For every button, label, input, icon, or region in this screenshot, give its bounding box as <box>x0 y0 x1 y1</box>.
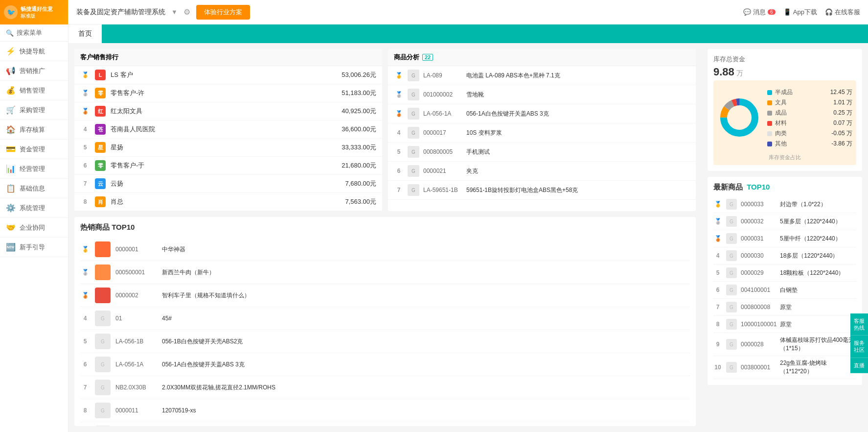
trial-button[interactable]: 体验行业方案 <box>196 5 250 20</box>
legend-value: 0.25 万 <box>833 109 852 117</box>
dropdown-arrow-icon[interactable]: ▼ <box>171 8 178 16</box>
new-product-rank: 8 <box>713 321 722 328</box>
customer-name: 苍南县人民医院 <box>111 125 337 134</box>
new-product-name: 22g鱼豆腐-烧烤味（1*12*20） <box>780 359 856 376</box>
legend-item: 其他 -3.86 万 <box>767 140 852 148</box>
product-rank-number: 🥈 <box>394 91 404 98</box>
sidebar-item-system[interactable]: ⚙️系统管理 <box>0 198 68 218</box>
customer-list: 🥇 L LS 客户 53,006.26元 🥈 零 零售客户-许 51,183.0… <box>74 66 382 211</box>
hot-product-name: 12070519-xs <box>162 407 690 414</box>
new-product-rank: 4 <box>713 252 722 259</box>
inventory-panel: 库存总资金 9.88 万 <box>708 49 862 171</box>
new-product-icon: G <box>726 199 737 210</box>
product-analysis-panel: 商品分析 22 🥇 G LA-089 电池盖 LA-089 ABS本色+黑种 7… <box>388 49 696 211</box>
sidebar-item-collab[interactable]: 🤝企业协同 <box>0 218 68 238</box>
sidebar-item-marketing[interactable]: 📢营销推广 <box>0 61 68 81</box>
new-product-rank: 6 <box>713 287 722 293</box>
hot-item-placeholder: G <box>95 311 111 326</box>
sidebar-item-sales[interactable]: 💰销售管理 <box>0 81 68 100</box>
customer-name: LS 客户 <box>111 71 337 79</box>
customer-rank-row: 7 云 云扬 7,680.00元 <box>74 175 382 193</box>
inventory-unit: 万 <box>736 69 743 78</box>
product-code: 0000017 <box>423 129 462 136</box>
hot-item-placeholder: G <box>95 426 111 426</box>
legend-color-dot <box>767 121 772 126</box>
legend-value: -3.86 万 <box>831 140 852 148</box>
sidebar-label-collab: 企业协同 <box>20 223 45 232</box>
donut-container: 半成品 12.45 万 文具 1.01 万 成品 0.25 万 材料 0.07 … <box>717 84 852 152</box>
customer-name: 肖总 <box>111 197 340 206</box>
legend-name: 半成品 <box>775 88 827 96</box>
product-icon: G <box>408 127 419 139</box>
sidebar-item-finance[interactable]: 💳资金管理 <box>0 140 68 159</box>
tab-home[interactable]: 首页 <box>69 24 102 43</box>
message-btn[interactable]: 💬 消息 6 <box>743 8 776 17</box>
product-icon: G <box>408 108 419 120</box>
customer-badge: L <box>95 70 106 80</box>
new-product-item: 🥇 G 0000033 封边带（1.0*22） <box>713 196 856 213</box>
new-product-icon: G <box>726 319 737 330</box>
customer-amount: 40,925.00元 <box>342 107 376 116</box>
sidebar-item-inventory[interactable]: 🏠库存核算 <box>0 120 68 140</box>
hot-item-placeholder: G <box>95 357 111 372</box>
new-product-code: 0000028 <box>741 341 776 348</box>
sidebar-item-guide[interactable]: 🆕新手引导 <box>0 238 68 257</box>
product-rank-number: 7 <box>394 187 404 193</box>
sidebar-item-basic[interactable]: 📋基础信息 <box>0 179 68 198</box>
hot-product-code: 0000002 <box>115 292 157 299</box>
product-code: 000800005 <box>423 148 462 155</box>
rank-number: 🥈 <box>80 90 90 96</box>
sidebar-icon-system: ⚙️ <box>6 203 16 213</box>
hot-rank-number: 🥈 <box>80 269 90 276</box>
new-product-rank: 7 <box>713 304 722 311</box>
float-button[interactable]: 服务 社区 <box>850 336 868 358</box>
legend-name: 其他 <box>775 140 828 148</box>
rank-number: 6 <box>80 162 90 169</box>
search-icon: 🔍 <box>6 29 14 37</box>
float-button[interactable]: 直播 <box>850 358 868 373</box>
sidebar-label-finance: 资金管理 <box>20 145 45 154</box>
sidebar-item-purchase[interactable]: 🛒采购管理 <box>0 100 68 120</box>
legend-item: 成品 0.25 万 <box>767 109 852 117</box>
legend-value: 0.07 万 <box>833 119 852 127</box>
hot-product-code: LA-056-1B <box>115 338 157 345</box>
hot-product-code: 01 <box>115 315 157 322</box>
hot-item-placeholder: G <box>95 403 111 418</box>
hot-sales-list: 🥇 0000001 中华神器 🥈 000500001 新西兰牛肉（新牛） 🥉 0… <box>80 238 690 426</box>
customer-rank-row: 8 肖 肖总 7,563.00元 <box>74 193 382 211</box>
settings-icon[interactable]: ⚙ <box>183 7 190 17</box>
float-buttons: 客服 热线服务 社区直播 <box>850 313 868 373</box>
customer-amount: 51,183.00元 <box>342 89 376 97</box>
legend-color-dot <box>767 131 772 136</box>
hot-product-code: 0000011 <box>115 407 157 414</box>
float-button[interactable]: 客服 热线 <box>850 313 868 336</box>
rank-number: 🥇 <box>80 72 90 78</box>
app-download-btn[interactable]: 📱 App下载 <box>783 8 817 17</box>
product-name: 夹克 <box>466 167 690 175</box>
new-product-item: 8 G 10000100001 原堂 <box>713 316 856 333</box>
new-product-code: 10000100001 <box>741 321 776 328</box>
rank-number: 4 <box>80 126 90 133</box>
sidebar-icon-purchase: 🛒 <box>6 105 16 115</box>
system-title: 装备及固定资产辅助管理系统 <box>76 8 165 17</box>
new-product-name: 18多层（1220*2440） <box>780 252 856 260</box>
sidebar-label-marketing: 营销推广 <box>20 67 45 75</box>
legend-color-dot <box>767 111 772 116</box>
product-rank-row: 7 G LA-59651-1B 59651-1B旋转投影灯电池盒ABS黑色+58… <box>388 181 696 200</box>
hot-item-placeholder: G <box>95 380 111 395</box>
hot-sales-item: 🥇 0000001 中华神器 <box>80 238 690 261</box>
legend-value: 1.01 万 <box>833 98 852 107</box>
hot-sales-item: 5 G LA-056-1B 056-1B白色按键开关壳ABS2克 <box>80 330 690 353</box>
sidebar-item-operations[interactable]: 📊经营管理 <box>0 159 68 179</box>
new-product-rank: 10 <box>713 364 722 371</box>
legend-item: 肉类 -0.05 万 <box>767 129 852 138</box>
sidebar-label-system: 系统管理 <box>20 204 45 213</box>
hot-sales-item: 🥉 0000002 智利车子里（规格不知道填什么） <box>80 284 690 307</box>
new-product-code: 0000029 <box>741 269 776 276</box>
sidebar-item-quick-nav[interactable]: ⚡快捷导航 <box>0 42 68 61</box>
hot-product-name: 056-1B白色按键开关壳ABS2克 <box>162 337 690 346</box>
customer-name: 零售客户-许 <box>111 89 337 97</box>
new-product-name: 原堂 <box>780 303 856 312</box>
search-menu[interactable]: 🔍 搜索菜单 <box>0 24 68 42</box>
online-service-btn[interactable]: 🎧 在线客服 <box>825 8 860 17</box>
